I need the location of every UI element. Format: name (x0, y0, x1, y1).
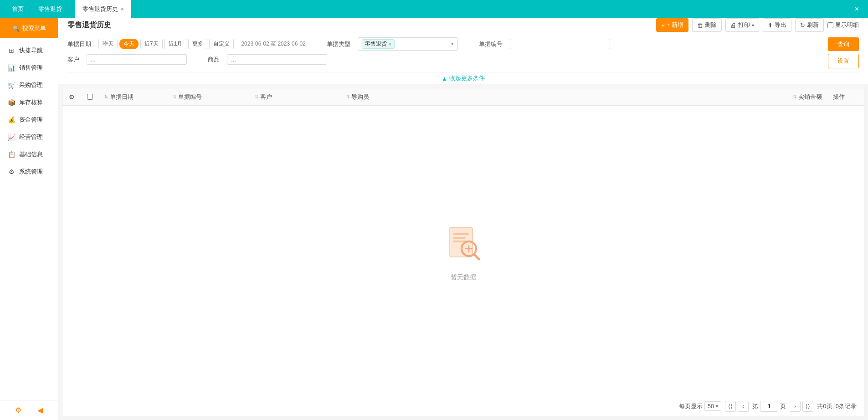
th-settings: ⚙ (62, 93, 81, 101)
page-input-group: 第 页 (752, 401, 786, 412)
export-icon: ⬆ (768, 22, 773, 29)
sidebar-item-purchase[interactable]: 🛒 采购管理 (0, 77, 58, 94)
sidebar-search[interactable]: 🔍 搜索菜单 (0, 18, 58, 38)
custom-btn[interactable]: 自定义 (209, 39, 234, 49)
num-input-wrap (510, 39, 610, 49)
th-customer: ⇅ 客户 (249, 93, 340, 101)
empty-text: 暂无数据 (451, 273, 476, 282)
num-input[interactable] (514, 41, 606, 47)
print-icon: 🖨 (730, 22, 736, 29)
tab-list: 首页 零售退货 × 零售退货历史 × (5, 0, 850, 18)
top-bar: 首页 零售退货 × 零售退货历史 × × (0, 0, 868, 18)
delete-button[interactable]: 🗑 删除 (692, 18, 722, 32)
collapse-button[interactable]: ▲ 收起更多条件 (67, 72, 859, 84)
type-tag-close[interactable]: × (389, 41, 391, 47)
type-select[interactable]: 零售退货 × ▾ (358, 37, 458, 51)
refresh-icon: ↻ (800, 22, 805, 29)
type-label: 单据类型 (327, 40, 350, 48)
tab-retail-return-history[interactable]: 零售退货历史 × (75, 0, 131, 18)
sidebar-item-basicinfo[interactable]: 📋 基础信息 (0, 146, 58, 163)
print-button[interactable]: 🖨 打印 ▾ (725, 18, 759, 32)
th-date: ⇅ 单据日期 (99, 93, 167, 101)
customer-label: 客户 (67, 56, 79, 64)
svg-rect-2 (453, 237, 466, 239)
purchase-icon: 🛒 (7, 81, 15, 89)
week-btn[interactable]: 近7天 (140, 39, 163, 49)
date-label: 单据日期 (67, 40, 91, 48)
filter-row-2: 客户 商品 (67, 54, 821, 65)
action-button-group: 查询 设置 (821, 37, 859, 68)
sort-amount-icon[interactable]: ⇅ (793, 94, 796, 99)
total-info: 共0页, 0条记录 (817, 402, 857, 410)
sidebar-item-inventory[interactable]: 📦 库存核算 (0, 94, 58, 111)
content-area: 零售退货历史 + + 新增 🗑 删除 🖨 打印 ▾ (58, 18, 868, 420)
export-button[interactable]: ⬆ 导出 (763, 18, 791, 32)
page-number-input[interactable] (760, 401, 778, 412)
sidebar: 🔍 搜索菜单 ⊞ 快捷导航 📊 销售管理 🛒 采购管理 📦 库存核算 💰 (0, 18, 58, 420)
show-detail-checkbox[interactable] (827, 22, 833, 28)
show-detail-label[interactable]: 显示明细 (827, 21, 859, 29)
sort-date-icon[interactable]: ⇅ (104, 94, 108, 99)
type-select-arrow: ▾ (451, 41, 454, 47)
sidebar-item-system[interactable]: ⚙ 系统管理 (0, 163, 58, 180)
customer-input[interactable] (91, 56, 183, 63)
table-container: ⚙ ⇅ 单据日期 ⇅ 单据编号 ⇅ 客户 ⇅ (62, 88, 864, 416)
th-checkbox (81, 94, 99, 100)
th-guide: ⇅ 导购员 (340, 93, 773, 101)
first-page-button[interactable]: ⟨⟨ (725, 401, 736, 412)
query-button[interactable]: 查询 (828, 37, 859, 51)
sort-customer-icon[interactable]: ⇅ (255, 94, 258, 99)
empty-illustration (441, 220, 486, 266)
sort-guide-icon[interactable]: ⇅ (346, 94, 349, 99)
tab-home[interactable]: 首页 (5, 0, 31, 18)
tab-retail-return[interactable]: 零售退货 × (31, 0, 75, 18)
date-filter-row: 单据日期 昨天 今天 近7天 近1月 更多 自定义 2023-06-02 至 2… (67, 37, 821, 51)
filter-fields: 单据日期 昨天 今天 近7天 近1月 更多 自定义 2023-06-02 至 2… (67, 37, 821, 68)
page-size-arrow: ▾ (716, 404, 718, 409)
month-btn[interactable]: 近1月 (164, 39, 187, 49)
last-page-button[interactable]: ⟩⟩ (802, 401, 813, 412)
svg-line-5 (474, 254, 479, 259)
svg-rect-1 (453, 233, 469, 235)
sidebar-menu: ⊞ 快捷导航 📊 销售管理 🛒 采购管理 📦 库存核算 💰 资金管理 📈 (0, 38, 58, 400)
filter-section: 零售退货历史 + + 新增 🗑 删除 🖨 打印 ▾ (58, 18, 868, 84)
finance-icon: 💰 (7, 116, 15, 124)
sidebar-item-quicknav[interactable]: ⊞ 快捷导航 (0, 42, 58, 59)
table-settings-icon[interactable]: ⚙ (69, 93, 75, 101)
date-range: 2023-06-02 至 2023-06-02 (241, 40, 305, 48)
table-header: ⚙ ⇅ 单据日期 ⇅ 单据编号 ⇅ 客户 ⇅ (62, 88, 864, 106)
sidebar-item-finance[interactable]: 💰 资金管理 (0, 111, 58, 128)
page-title: 零售退货历史 (67, 20, 111, 30)
yesterday-btn[interactable]: 昨天 (98, 39, 118, 49)
today-btn[interactable]: 今天 (119, 39, 139, 49)
toolbar-buttons: + + 新增 🗑 删除 🖨 打印 ▾ ⬆ 导出 (656, 18, 859, 32)
more-btn[interactable]: 更多 (188, 39, 207, 49)
search-icon: 🔍 (12, 25, 20, 32)
empty-state: 暂无数据 (62, 106, 864, 396)
goods-input[interactable] (231, 56, 323, 63)
customer-input-wrap (87, 54, 187, 65)
page-nav-buttons: ⟨⟨ ‹ (725, 401, 749, 412)
select-all-checkbox[interactable] (87, 94, 93, 100)
add-button[interactable]: + + 新增 (656, 18, 688, 32)
refresh-button[interactable]: ↻ 刷新 (795, 18, 824, 32)
th-amount: ⇅ 实销金额 (773, 93, 827, 101)
close-app-button[interactable]: × (850, 5, 863, 13)
prev-page-button[interactable]: ‹ (738, 401, 749, 412)
page-size-dropdown[interactable]: 50 ▾ (704, 401, 721, 411)
th-num: ⇅ 单据编号 (167, 93, 249, 101)
next-page-button[interactable]: › (790, 401, 801, 412)
settings-button[interactable]: 设置 (828, 54, 859, 68)
tab-close-retail-return-history[interactable]: × (121, 6, 124, 12)
sidebar-item-sales[interactable]: 📊 销售管理 (0, 59, 58, 77)
th-action: 操作 (827, 93, 864, 101)
collapse-sidebar-icon[interactable]: ◀ (37, 406, 43, 415)
sort-num-icon[interactable]: ⇅ (173, 94, 176, 99)
sidebar-item-operations[interactable]: 📈 经营管理 (0, 128, 58, 146)
goods-input-wrap (227, 54, 327, 65)
collapse-icon: ▲ (442, 75, 447, 82)
basicinfo-icon: 📋 (7, 150, 15, 159)
settings-gear-icon[interactable]: ⚙ (15, 406, 21, 415)
tab-close-retail-return[interactable]: × (65, 6, 68, 12)
page-size-select: 每页显示 50 ▾ (679, 401, 721, 411)
